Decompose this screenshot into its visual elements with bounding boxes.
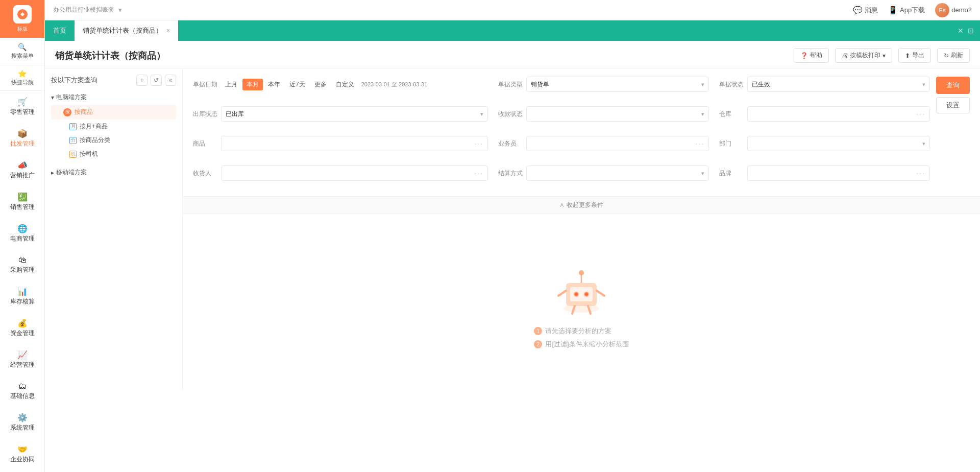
filter-field-doc-type: 单据类型 销货单 ▾ [498,77,709,92]
wholesale-icon: 📦 [17,129,28,138]
add-scheme-btn[interactable]: + [136,75,148,86]
panel-header: 按以下方案查询 + ↺ « [45,75,182,90]
warehouse-input[interactable]: ··· [747,106,930,122]
system-icon: ⚙️ [17,413,28,422]
quick-nav-label: 快捷导航 [0,79,44,86]
collapse-panel-btn[interactable]: « [165,75,176,86]
scheme-item-by-machine[interactable]: 机 按司机 [51,147,176,161]
user-menu[interactable]: Ea demo2 [935,3,972,17]
payment-select[interactable]: ▾ [526,166,709,181]
desktop-group-title[interactable]: ▾ 电脑端方案 [51,90,176,105]
message-label: 消息 [865,6,878,15]
out-status-value: 已出库 [226,110,244,119]
export-label: 导出 [912,51,924,60]
tab-home[interactable]: 首页 [45,20,75,41]
tab-close-btn[interactable]: × [166,27,170,34]
window-controls: ✕ ⊡ [951,27,980,35]
staff-input[interactable]: ··· [526,136,709,151]
main-body: 按以下方案查询 + ↺ « [45,68,980,390]
export-btn[interactable]: ⬆ 导出 [898,48,931,63]
ecommerce-icon: 🌐 [17,224,28,233]
warehouse-label: 仓库 [719,110,747,119]
doc-status-value: 已生效 [752,80,770,89]
active-tab-label: 销货单统计计表（按商品） [83,26,162,35]
date-tab-this-month[interactable]: 本月 [242,79,263,90]
recv-status-label: 收款状态 [498,110,526,119]
quick-nav[interactable]: ⭐ 快捷导航 [0,65,44,91]
tab-bar: 首页 销货单统计计表（按商品） × ✕ ⊡ [45,20,980,41]
sidebar-item-inventory[interactable]: 📊 库存核算 [0,280,44,312]
filter-field-dept: 部门 ▾ [719,136,930,151]
sidebar-item-sales[interactable]: 💹 销售管理 [0,186,44,218]
sidebar-item-basic[interactable]: 🗂 基础信息 [0,375,44,407]
recv-status-select[interactable]: ▾ [526,106,709,122]
mobile-group-title[interactable]: ▸ 移动端方案 [51,165,176,180]
sidebar-item-retail[interactable]: 🛒 零售管理 [0,91,44,123]
sales-icon: 💹 [17,192,28,202]
scheme-item-by-month-product[interactable]: 月 按月+商品 [51,120,176,133]
recipient-label: 收货人 [193,169,221,178]
scheme-item-by-category[interactable]: 分 按商品分类 [51,133,176,147]
sidebar-item-operation[interactable]: 📈 经营管理 [0,344,44,375]
sidebar-item-marketing[interactable]: 📣 营销推广 [0,154,44,186]
print-btn[interactable]: 🖨 按模板打印 ▾ [835,48,892,63]
left-panel: 按以下方案查询 + ↺ « [45,68,183,390]
payment-label: 结算方式 [498,169,526,178]
main-area: 办公用品行业模拟账套 ▾ 💬 消息 📱 App下载 Ea demo2 首页 [45,0,980,472]
doc-type-select[interactable]: 销货单 ▾ [526,77,709,92]
filter-field-brand: 品牌 ··· [719,166,930,181]
svg-rect-3 [570,287,593,301]
collapse-panel-icon: « [169,77,173,84]
brand-input[interactable]: ··· [747,166,930,181]
help-btn[interactable]: ❓ 帮助 [794,48,829,63]
date-tab-more[interactable]: 更多 [310,79,331,90]
page-title: 销货单统计计表（按商品） [55,50,165,62]
search-menu[interactable]: 🔍 搜索菜单 [0,38,44,65]
sidebar-item-ecommerce[interactable]: 🌐 电商管理 [0,218,44,249]
help-icon: ❓ [800,52,808,59]
mobile-scheme-group: ▸ 移动端方案 [45,165,182,180]
date-tab-last-month[interactable]: 上月 [221,79,241,90]
doc-status-select[interactable]: 已生效 ▾ [747,77,930,92]
sidebar-item-guide[interactable]: 📖 新手引导 [0,470,44,472]
out-status-select[interactable]: 已出库 ▾ [221,106,488,122]
export-icon: ⬆ [905,52,910,59]
logo-subtitle: 标版 [17,26,28,33]
filter-field-doc-status: 单据状态 已生效 ▾ [719,77,930,92]
filter-row-1: 单据日期 上月 本月 本年 近7天 更多 [193,77,930,92]
date-tab-custom[interactable]: 自定义 [332,79,358,90]
sidebar-item-wholesale[interactable]: 📦 批发管理 [0,123,44,154]
sidebar-item-capital[interactable]: 💰 资金管理 [0,312,44,344]
marketing-icon: 📣 [17,160,28,170]
breadcrumb-dropdown-icon[interactable]: ▾ [118,6,122,14]
recipient-input[interactable]: ··· [221,166,488,181]
date-tab-this-year[interactable]: 本年 [264,79,284,90]
sidebar-item-purchase[interactable]: 🛍 采购管理 [0,249,44,280]
svg-point-6 [575,293,578,296]
refresh-label: 刷新 [951,51,963,60]
sidebar-item-system[interactable]: ⚙️ 系统管理 [0,407,44,438]
message-icon: 💬 [853,6,863,15]
product-input[interactable]: ··· [221,136,488,151]
sidebar-item-enterprise[interactable]: 🤝 企业协同 [0,438,44,470]
query-button[interactable]: 查询 [936,77,970,94]
date-tab-7days[interactable]: 近7天 [285,79,309,90]
collapse-bar[interactable]: ∧ 收起更多条件 [183,196,980,214]
refresh-scheme-btn[interactable]: ↺ [151,75,162,86]
scheme-item-by-product[interactable]: 按 按商品 [51,105,176,120]
app-download-btn[interactable]: 📱 App下载 [888,6,925,15]
app-download-label: App下载 [900,6,925,15]
tip-item-1: 1 请先选择要分析的方案 [534,326,628,336]
print-label: 按模板打印 [850,51,880,60]
refresh-btn[interactable]: ↻ 刷新 [937,48,970,63]
close-tab-icon[interactable]: ✕ [958,27,964,35]
panel-title: 按以下方案查询 [51,76,97,85]
maximize-icon[interactable]: ⊡ [968,27,974,35]
settings-button[interactable]: 设置 [936,97,970,113]
tab-active[interactable]: 销货单统计计表（按商品） × [75,20,178,41]
date-label: 单据日期 [193,80,221,89]
dept-select[interactable]: ▾ [747,136,930,151]
filter-field-out-status: 出库状态 已出库 ▾ [193,106,488,122]
message-btn[interactable]: 💬 消息 [853,6,878,15]
dept-label: 部门 [719,139,747,148]
